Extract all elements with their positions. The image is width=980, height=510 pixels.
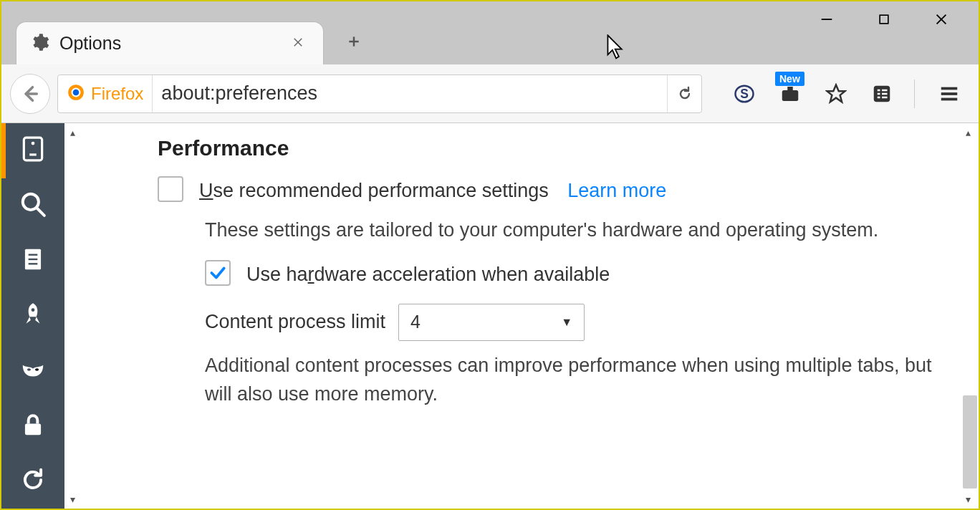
svg-rect-19 xyxy=(878,92,880,95)
sidebar-item-security[interactable] xyxy=(1,398,64,453)
svg-rect-26 xyxy=(24,138,42,161)
content-scroll-up[interactable]: ▴ xyxy=(960,125,976,140)
svg-line-30 xyxy=(37,208,44,216)
svg-point-37 xyxy=(35,368,39,370)
preferences-main-panel: ▴ ▾ Performance Use recommended performa… xyxy=(64,123,979,509)
gear-icon xyxy=(29,32,49,55)
firefox-logo-icon xyxy=(67,83,85,105)
app-menu-button[interactable] xyxy=(933,78,965,110)
content-process-limit-descriptionspacing: Additional content processes can improve… xyxy=(205,351,936,409)
svg-rect-22 xyxy=(882,96,888,98)
extension-s-button[interactable]: S xyxy=(731,80,758,107)
content-scroll-thumb[interactable] xyxy=(963,395,977,489)
toolbar-divider xyxy=(914,80,915,108)
svg-point-27 xyxy=(32,142,35,145)
content-process-limit-select[interactable]: 4 ▼ xyxy=(398,304,585,341)
svg-text:S: S xyxy=(740,87,749,101)
document-icon xyxy=(19,246,47,276)
reload-button[interactable] xyxy=(667,75,701,112)
sidebar-item-sync[interactable] xyxy=(1,453,64,509)
window-minimize-button[interactable] xyxy=(812,5,841,34)
identity-label: Firefox xyxy=(91,84,143,104)
use-recommended-label: Use recommended performance settings xyxy=(199,180,549,201)
recommended-description: These settings are tailored to your comp… xyxy=(205,216,936,245)
new-tab-button[interactable] xyxy=(338,26,370,57)
identity-box[interactable]: Firefox xyxy=(58,75,153,112)
general-icon xyxy=(19,135,47,165)
navigation-bar: Firefox S New xyxy=(1,64,979,123)
content-scroll-down[interactable]: ▾ xyxy=(960,491,976,507)
svg-rect-38 xyxy=(25,423,41,435)
svg-point-36 xyxy=(27,368,31,370)
svg-point-35 xyxy=(32,308,35,312)
sidebar-item-general[interactable] xyxy=(1,123,64,178)
hardware-accel-checkbox[interactable] xyxy=(205,260,231,286)
svg-point-11 xyxy=(73,89,80,95)
sidebar-item-privacy[interactable] xyxy=(1,343,64,398)
whats-new-button[interactable]: New xyxy=(777,80,804,107)
learn-more-link[interactable]: Learn more xyxy=(567,180,666,201)
mask-icon xyxy=(19,356,47,386)
svg-rect-15 xyxy=(787,87,793,90)
url-input[interactable] xyxy=(153,82,667,105)
use-recommended-checkbox[interactable] xyxy=(158,176,183,202)
chevron-down-icon: ▼ xyxy=(561,316,572,329)
rocket-icon xyxy=(19,301,47,331)
section-heading-performance: Performance xyxy=(158,136,950,160)
sidebar-item-content[interactable] xyxy=(1,234,64,289)
tab-title: Options xyxy=(59,33,276,54)
lock-icon xyxy=(19,411,47,441)
bookmark-star-button[interactable] xyxy=(822,80,850,107)
sidebar-item-search[interactable] xyxy=(1,178,64,234)
back-button[interactable] xyxy=(10,74,50,114)
sidebar-item-applications[interactable] xyxy=(1,289,64,344)
svg-rect-1 xyxy=(880,15,888,24)
content-process-limit-label: Content process limit xyxy=(205,311,385,333)
sync-icon xyxy=(19,466,47,496)
svg-rect-18 xyxy=(882,89,888,91)
search-icon xyxy=(19,191,47,221)
svg-rect-28 xyxy=(29,154,37,156)
svg-rect-14 xyxy=(782,90,799,101)
svg-rect-21 xyxy=(878,96,880,98)
mouse-cursor-icon xyxy=(606,34,626,60)
hardware-accel-label: Use hardware acceleration when available xyxy=(246,260,610,289)
bookmarks-list-button[interactable] xyxy=(868,80,895,107)
url-bar[interactable]: Firefox xyxy=(57,74,702,113)
svg-rect-20 xyxy=(882,92,888,95)
browser-tab-options[interactable]: Options xyxy=(16,21,324,64)
new-badge: New xyxy=(775,72,804,86)
svg-rect-17 xyxy=(878,89,880,91)
window-close-button[interactable] xyxy=(927,5,956,34)
preferences-sidebar: ▴ ▾ xyxy=(1,123,64,509)
window-maximize-button[interactable] xyxy=(870,5,898,34)
content-process-limit-value: 4 xyxy=(410,312,421,332)
tab-close-button[interactable] xyxy=(286,32,310,56)
